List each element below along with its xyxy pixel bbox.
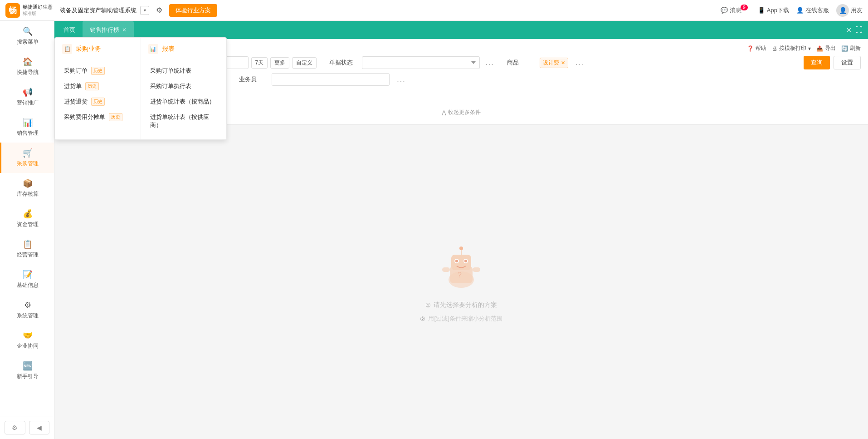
system-title: 装备及固定资产辅助管理系统 (60, 6, 137, 15)
online-service-btn[interactable]: 👤 在线客服 (796, 6, 829, 15)
message-icon: 💬 (721, 7, 728, 14)
item-expense-badge: 历史 (109, 113, 122, 121)
dropdown-menu: 📋 采购业务 采购订单 历史 进货单 历史 进货退货 历史 采购费用分摊单 历史 (54, 37, 227, 140)
message-btn[interactable]: 💬 消息 9 (721, 6, 751, 15)
item-expense-label: 采购费用分摊单 (64, 113, 105, 121)
dropdown-col2-header: 📊 报表 (148, 44, 219, 58)
user-btn[interactable]: 👤 用友 (836, 4, 863, 17)
dropdown-col-purchase: 📋 采购业务 采购订单 历史 进货单 历史 进货退货 历史 采购费用分摊单 历史 (55, 38, 141, 139)
service-icon: 👤 (796, 7, 804, 14)
message-label: 消息 (730, 6, 741, 15)
dropdown-item-purchase-expense[interactable]: 采购费用分摊单 历史 (62, 109, 133, 125)
item-receipt-stat-supplier-label: 进货单统计表（按供应商） (150, 113, 218, 129)
dropdown-item-purchase-return[interactable]: 进货退货 历史 (62, 94, 133, 109)
logo-icon: 畅 (5, 3, 20, 18)
phone-icon: 📱 (758, 7, 765, 14)
logo-line2: 标准版 (23, 10, 53, 17)
item-order-exec-label: 采购订单执行表 (150, 82, 191, 90)
user-label: 用友 (851, 6, 863, 15)
dropdown-item-purchase-receipt[interactable]: 进货单 历史 (62, 79, 133, 94)
item-order-stat-label: 采购订单统计表 (150, 67, 191, 75)
dropdown-item-receipt-stat-goods[interactable]: 进货单统计表（按商品） (148, 94, 219, 109)
header-right: 💬 消息 9 📱 App下载 👤 在线客服 👤 用友 (721, 4, 863, 17)
item-receipt-badge: 历史 (85, 82, 99, 90)
logo-text: 畅捷通好生意 标准版 (23, 4, 53, 16)
service-label: 在线客服 (805, 6, 829, 15)
item-return-badge: 历史 (91, 98, 105, 106)
top-header: 畅 畅捷通好生意 标准版 装备及固定资产辅助管理系统 ▾ ⚙ 体验行业方案 💬 … (0, 0, 868, 21)
header-settings-btn[interactable]: ⚙ (153, 4, 166, 17)
avatar: 👤 (836, 4, 849, 17)
trial-button[interactable]: 体验行业方案 (169, 4, 217, 17)
item-receipt-label: 进货单 (64, 82, 82, 90)
item-receipt-stat-goods-label: 进货单统计表（按商品） (150, 98, 215, 106)
logo-area: 畅 畅捷通好生意 标准版 (5, 3, 60, 18)
app-download-btn[interactable]: 📱 App下载 (758, 6, 789, 15)
system-dropdown-btn[interactable]: ▾ (140, 6, 149, 15)
dropdown-item-order-exec[interactable]: 采购订单执行表 (148, 79, 219, 94)
dropdown-col1-header: 📋 采购业务 (62, 44, 133, 58)
dropdown-item-purchase-order[interactable]: 采购订单 历史 (62, 63, 133, 79)
item-purchase-order-label: 采购订单 (64, 67, 88, 75)
main-layout: 🔍 搜索菜单 🏠 快捷导航 📢 营销推广 📊 销售管理 🛒 采购管理 📦 库存核… (0, 21, 868, 439)
col2-header-text: 报表 (162, 45, 175, 53)
app-label: App下载 (767, 6, 789, 15)
message-badge: 9 (741, 5, 748, 10)
item-purchase-order-badge: 历史 (91, 67, 105, 75)
col1-header-text: 采购业务 (76, 45, 101, 53)
dropdown-item-receipt-stat-supplier[interactable]: 进货单统计表（按供应商） (148, 109, 219, 133)
reports-col-icon: 📊 (148, 44, 158, 54)
logo-line1: 畅捷通好生意 (23, 4, 53, 10)
purchase-col-icon: 📋 (62, 44, 72, 54)
header-title-area: 装备及固定资产辅助管理系统 ▾ ⚙ 体验行业方案 (60, 4, 721, 17)
item-return-label: 进货退货 (64, 98, 88, 106)
dropdown-item-order-stat[interactable]: 采购订单统计表 (148, 63, 219, 79)
dropdown-col-reports: 📊 报表 采购订单统计表 采购订单执行表 进货单统计表（按商品） 进货单统计表（… (141, 38, 227, 139)
